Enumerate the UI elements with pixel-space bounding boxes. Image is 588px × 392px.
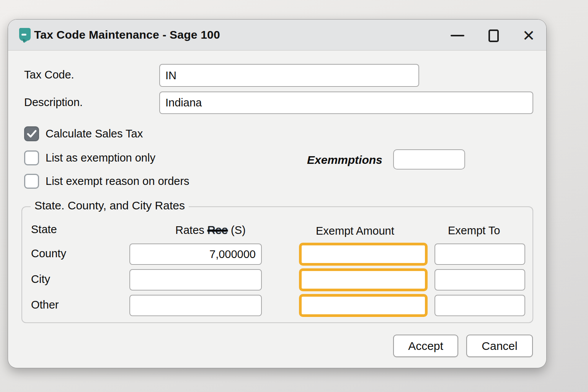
exempt-amount-column-header: Exempt Amount: [316, 225, 394, 237]
county-rate-input[interactable]: [129, 243, 262, 265]
city-exempt-amount-input[interactable]: [299, 268, 428, 291]
close-button[interactable]: ✕: [519, 26, 539, 46]
exemptions-input[interactable]: [393, 149, 465, 170]
calculate-sales-tax-checkbox[interactable]: [24, 126, 39, 141]
county-row-label: County: [31, 247, 66, 260]
city-exempt-to-input[interactable]: [434, 269, 525, 291]
close-icon: ✕: [522, 28, 535, 43]
other-exempt-to-input[interactable]: [434, 295, 525, 316]
rates-group-legend: State. County, and City Rates: [31, 199, 189, 212]
city-row-label: City: [31, 273, 50, 286]
state-row-header: State: [31, 223, 57, 236]
exempt-to-column-header: Exempt To: [448, 224, 500, 237]
minimize-button[interactable]: [448, 26, 467, 46]
calculate-sales-tax-label: Calculate Sales Tax: [46, 127, 143, 140]
maximize-button[interactable]: [483, 26, 503, 46]
calculate-sales-tax-row: Calculate Sales Tax: [24, 126, 143, 141]
sage100-app-icon: [19, 27, 31, 43]
list-as-exemption-only-label: List as exemption only: [46, 152, 155, 164]
rates-column-header: Rates Ree (S): [175, 224, 246, 237]
titlebar: Tax Code Maintenance - Sage 100 ✕: [8, 20, 546, 51]
checkmark-icon: [27, 130, 37, 138]
list-as-exemption-only-row: List as exemption only: [24, 150, 155, 165]
city-rate-input[interactable]: [129, 269, 262, 291]
cancel-button[interactable]: Cancel: [466, 335, 533, 357]
description-label: Description.: [24, 96, 83, 109]
minimize-icon: [451, 35, 464, 36]
other-exempt-amount-input[interactable]: [299, 294, 428, 317]
accept-button[interactable]: Accept: [393, 335, 458, 357]
window-title: Tax Code Maintenance - Sage 100: [34, 28, 220, 41]
description-input[interactable]: [159, 91, 533, 114]
list-exempt-reason-label: List exempt reason on orders: [46, 175, 189, 188]
county-exempt-amount-input[interactable]: [299, 243, 428, 266]
other-rate-input[interactable]: [129, 295, 262, 316]
state-county-city-rates-group: State. County, and City Rates State Rate…: [21, 206, 533, 323]
list-exempt-reason-row: List exempt reason on orders: [24, 174, 189, 189]
county-exempt-to-input[interactable]: [434, 243, 525, 265]
tax-code-maintenance-window: Tax Code Maintenance - Sage 100 ✕ Tax Co…: [8, 19, 547, 368]
tax-code-label: Tax Code.: [24, 69, 74, 81]
other-row-label: Other: [31, 299, 59, 311]
tax-code-input[interactable]: [159, 64, 419, 87]
list-exempt-reason-checkbox[interactable]: [24, 174, 39, 189]
exemptions-label: Exemmptions: [307, 154, 382, 167]
list-as-exemption-only-checkbox[interactable]: [24, 150, 39, 165]
maximize-icon: [488, 29, 499, 42]
